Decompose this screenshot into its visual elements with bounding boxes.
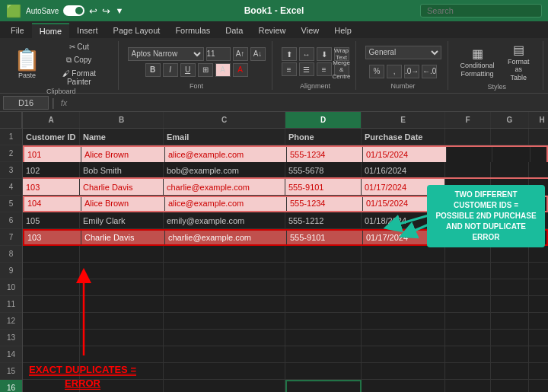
cell-f16[interactable] <box>445 380 491 392</box>
format-as-table-button[interactable]: ▤ Format as Table <box>501 41 537 83</box>
cell-c15[interactable] <box>164 363 285 379</box>
cell-c5[interactable]: alice@example.com <box>165 196 287 211</box>
cell-b3[interactable]: Bob Smith <box>80 162 164 178</box>
cell-g15[interactable] <box>491 363 529 379</box>
cell-g14[interactable] <box>491 346 529 362</box>
cell-d7[interactable]: 555-9101 <box>287 231 363 244</box>
cell-b1[interactable]: Name <box>80 129 164 145</box>
cell-a4[interactable]: 103 <box>23 179 80 195</box>
font-name-select[interactable]: Aptos Narrow <box>128 47 204 61</box>
cell-h12[interactable] <box>529 313 548 329</box>
cell-f8[interactable] <box>445 246 491 262</box>
format-painter-button[interactable]: 🖌 Format Painter <box>46 68 112 88</box>
font-size-input[interactable] <box>206 47 231 61</box>
cell-c3[interactable]: bob@example.com <box>164 162 285 178</box>
tab-review[interactable]: Review <box>250 23 293 38</box>
cell-c4[interactable]: charlie@example.com <box>164 179 285 195</box>
align-right-button[interactable]: ≡ <box>317 62 332 76</box>
cell-f3[interactable] <box>445 162 491 178</box>
cell-d1[interactable]: Phone <box>285 129 362 145</box>
copy-button[interactable]: ⧉ Copy <box>46 54 112 66</box>
cell-h1[interactable] <box>529 129 548 145</box>
cell-b11[interactable] <box>80 296 164 312</box>
row-header-16[interactable]: 16 <box>0 380 22 392</box>
row-header-14[interactable]: 14 <box>0 346 22 363</box>
tab-data[interactable]: Data <box>218 23 250 38</box>
cell-d14[interactable] <box>285 346 362 362</box>
row-header-3[interactable]: 3 <box>0 162 22 179</box>
cell-e7[interactable]: 01/17/2024 <box>363 231 447 244</box>
cell-h11[interactable] <box>529 296 548 312</box>
cell-c9[interactable] <box>164 263 285 279</box>
col-header-a[interactable]: A <box>23 112 80 128</box>
italic-button[interactable]: I <box>163 63 178 77</box>
cell-a10[interactable] <box>23 279 80 295</box>
cell-a1[interactable]: Customer ID <box>23 129 80 145</box>
cell-a5[interactable]: 104 <box>24 196 81 211</box>
cell-e15[interactable] <box>362 363 445 379</box>
cell-a16[interactable] <box>23 380 80 392</box>
cell-g4[interactable] <box>491 179 529 195</box>
cell-c14[interactable] <box>164 346 285 362</box>
cell-f10[interactable] <box>445 279 491 295</box>
cell-d12[interactable] <box>285 313 362 329</box>
row-header-11[interactable]: 11 <box>0 296 22 313</box>
cell-d5[interactable]: 555-1234 <box>287 196 363 211</box>
cell-b9[interactable] <box>80 263 164 279</box>
cell-b15[interactable] <box>80 363 164 379</box>
row-header-6[interactable]: 6 <box>0 212 22 229</box>
cell-b12[interactable] <box>80 313 164 329</box>
paste-button[interactable]: 📋 Paste <box>11 48 43 81</box>
row-header-15[interactable]: 15 <box>0 363 22 380</box>
cell-h13[interactable] <box>529 330 548 346</box>
cell-f1[interactable] <box>445 129 491 145</box>
tab-file[interactable]: File <box>3 23 32 38</box>
redo-icon[interactable]: ↪ <box>102 5 110 17</box>
cell-a11[interactable] <box>23 296 80 312</box>
cell-h5[interactable] <box>530 196 548 211</box>
cell-e1[interactable]: Purchase Date <box>362 129 445 145</box>
cell-d13[interactable] <box>285 330 362 346</box>
col-header-b[interactable]: B <box>80 112 164 128</box>
cell-e4[interactable]: 01/17/2024 <box>362 179 445 195</box>
cell-g16[interactable] <box>491 380 529 392</box>
cell-e16[interactable] <box>362 380 445 392</box>
cell-e8[interactable] <box>362 246 445 262</box>
cell-c8[interactable] <box>164 246 285 262</box>
cell-c13[interactable] <box>164 330 285 346</box>
cell-f5[interactable] <box>447 196 492 211</box>
cell-e14[interactable] <box>362 346 445 362</box>
cell-e9[interactable] <box>362 263 445 279</box>
font-color-button[interactable]: A <box>233 63 248 77</box>
cell-h8[interactable] <box>529 246 548 262</box>
cell-g5[interactable] <box>492 196 530 211</box>
cell-g1[interactable] <box>491 129 529 145</box>
col-header-d[interactable]: D <box>285 112 362 128</box>
decrease-decimal-button[interactable]: ←.0 <box>422 65 437 78</box>
tab-formulas[interactable]: Formulas <box>167 23 218 38</box>
border-button[interactable]: ⊞ <box>198 63 213 77</box>
cell-b10[interactable] <box>80 279 164 295</box>
increase-decimal-button[interactable]: .0→ <box>404 65 419 78</box>
cell-g8[interactable] <box>491 246 529 262</box>
cell-a3[interactable]: 102 <box>23 162 80 178</box>
customize-icon[interactable]: ▼ <box>115 6 123 15</box>
cell-d8[interactable] <box>285 246 362 262</box>
row-header-13[interactable]: 13 <box>0 330 22 346</box>
cell-g10[interactable] <box>491 279 529 295</box>
search-input[interactable] <box>420 4 542 18</box>
cell-h3[interactable] <box>529 162 548 178</box>
row-header-2[interactable]: 2 <box>0 145 22 162</box>
row-header-7[interactable]: 7 <box>0 229 22 246</box>
tab-page-layout[interactable]: Page Layout <box>106 23 168 38</box>
font-size-decrease[interactable]: A↓ <box>250 47 266 61</box>
cell-h10[interactable] <box>529 279 548 295</box>
cell-e5[interactable]: 01/15/2024 <box>363 196 447 211</box>
cell-d10[interactable] <box>285 279 362 295</box>
font-size-increase[interactable]: A↑ <box>233 47 248 61</box>
cell-d11[interactable] <box>285 296 362 312</box>
cell-f9[interactable] <box>445 263 491 279</box>
formula-input[interactable] <box>73 98 545 107</box>
cell-g9[interactable] <box>491 263 529 279</box>
cell-f12[interactable] <box>445 313 491 329</box>
